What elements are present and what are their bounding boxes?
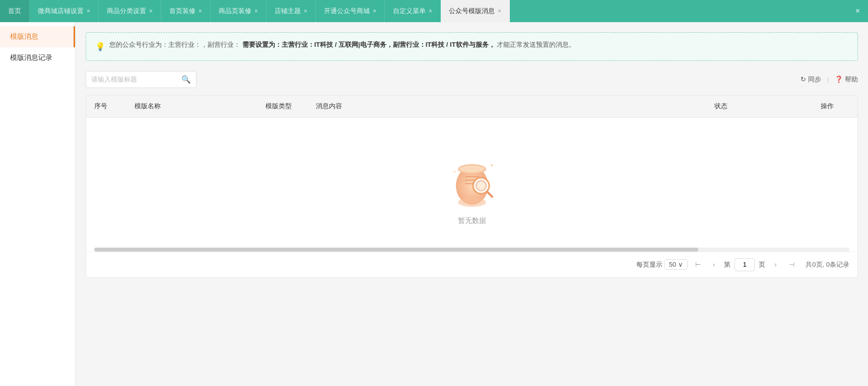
nav-item-weshop[interactable]: 微商城店铺设置 × — [30, 0, 99, 22]
notice-suffix: 才能正常发送预置的消息。 — [497, 41, 575, 48]
per-page-dropdown[interactable]: 50 ∨ — [664, 259, 688, 270]
th-content: 消息内容 — [308, 102, 706, 111]
sidebar-item-template-msg[interactable]: 模版消息 — [0, 26, 75, 47]
th-type: 模版类型 — [257, 102, 308, 111]
th-seq: 序号 — [86, 102, 126, 111]
toolbar-divider: | — [827, 75, 829, 83]
nav-item-open-mall[interactable]: 开通公众号商城 × — [316, 0, 385, 22]
nav-label-open-mall: 开通公众号商城 — [324, 7, 370, 16]
help-icon: ❓ — [835, 75, 843, 83]
search-bar: 🔍 ↻ 同步 | ❓ 帮助 — [86, 71, 858, 88]
search-input[interactable] — [91, 75, 181, 83]
page-input[interactable] — [735, 258, 755, 271]
help-label: 帮助 — [845, 75, 858, 84]
sidebar-item-template-msg-log[interactable]: 模版消息记录 — [0, 47, 75, 68]
nav-item-product-decor[interactable]: 商品页装修 × — [211, 0, 266, 22]
scroll-thumb — [94, 248, 698, 252]
notice-icon: 💡 — [95, 40, 105, 53]
svg-line-8 — [487, 192, 492, 197]
nav-item-template-msg[interactable]: 公众号模版消息 × — [441, 0, 510, 22]
total-text: 共0页, 0条记录 — [806, 260, 849, 269]
main-layout: 模版消息 模版消息记录 💡 您的公众号行业为：主营行业：，副营行业： 需要设置为… — [0, 22, 868, 386]
nav-label-home: 首页 — [8, 7, 21, 16]
nav-label-template-msg: 公众号模版消息 — [449, 7, 495, 16]
nav-close-product-decor[interactable]: × — [254, 8, 258, 14]
page-suffix: 页 — [759, 260, 765, 269]
nav-label-store-theme: 店铺主题 — [275, 7, 301, 16]
nav-label-category: 商品分类设置 — [107, 7, 146, 16]
next-page-button[interactable]: › — [769, 259, 781, 271]
page-label: 第 — [724, 260, 730, 269]
horizontal-scrollbar[interactable] — [94, 248, 849, 252]
nav-item-store-theme[interactable]: 店铺主题 × — [266, 0, 316, 22]
nav-close-custom-menu[interactable]: × — [429, 8, 432, 14]
nav-label-home-decor: 首页装修 — [169, 7, 195, 16]
empty-state: ✦ ✦ 暂无数据 — [86, 118, 857, 246]
per-page-label: 每页显示 — [636, 260, 662, 269]
nav-label-custom-menu: 自定义菜单 — [393, 7, 426, 16]
search-input-wrap: 🔍 — [86, 71, 196, 88]
data-table: 序号 模版名称 模版类型 消息内容 状态 操作 — [86, 95, 858, 278]
sync-icon: ↻ — [800, 75, 806, 83]
nav-close-open-mall[interactable]: × — [373, 8, 376, 14]
pagination-bar: 每页显示 50 ∨ ⊢ ‹ 第 页 › ⊣ 共0页, 0条记录 — [86, 252, 857, 277]
svg-point-2 — [460, 166, 484, 173]
nav-item-category[interactable]: 商品分类设置 × — [99, 0, 161, 22]
per-page-select: 每页显示 50 ∨ — [636, 259, 688, 270]
nav-item-home-decor[interactable]: 首页装修 × — [161, 0, 211, 22]
toolbar-right: ↻ 同步 | ❓ 帮助 — [800, 75, 858, 84]
content-area: 💡 您的公众号行业为：主营行业：，副营行业： 需要设置为：主营行业：IT科技 /… — [76, 22, 868, 386]
global-close-button[interactable]: × — [847, 7, 868, 16]
empty-illustration: ✦ ✦ — [442, 148, 502, 208]
notice-highlight: 需要设置为：主营行业：IT科技 / 互联网|电子商务，副营行业：IT科技 / I… — [242, 41, 495, 48]
svg-text:✦: ✦ — [453, 170, 456, 174]
top-nav: 首页 微商城店铺设置 × 商品分类设置 × 首页装修 × 商品页装修 × 店铺主… — [0, 0, 868, 22]
nav-close-template-msg[interactable]: × — [498, 8, 501, 14]
empty-text: 暂无数据 — [458, 216, 486, 225]
th-status: 状态 — [706, 102, 797, 111]
prev-page-button[interactable]: ‹ — [708, 259, 720, 271]
per-page-chevron-icon: ∨ — [678, 261, 683, 268]
nav-close-home-decor[interactable]: × — [198, 8, 202, 14]
nav-item-home[interactable]: 首页 — [0, 0, 30, 22]
nav-close-category[interactable]: × — [149, 8, 153, 14]
sync-button[interactable]: ↻ 同步 — [800, 75, 821, 84]
nav-close-store-theme[interactable]: × — [304, 8, 307, 14]
notice-box: 💡 您的公众号行业为：主营行业：，副营行业： 需要设置为：主营行业：IT科技 /… — [86, 32, 858, 61]
help-button[interactable]: ❓ 帮助 — [835, 75, 858, 84]
first-page-button[interactable]: ⊢ — [692, 259, 704, 271]
search-button[interactable]: 🔍 — [181, 75, 191, 84]
nav-label-product-decor: 商品页装修 — [219, 7, 251, 16]
th-name: 模版名称 — [126, 102, 257, 111]
svg-point-7 — [476, 181, 486, 191]
sync-label: 同步 — [808, 75, 821, 84]
sidebar: 模版消息 模版消息记录 — [0, 22, 76, 386]
table-header: 序号 模版名称 模版类型 消息内容 状态 操作 — [86, 96, 857, 118]
nav-close-weshop[interactable]: × — [87, 8, 90, 14]
th-action: 操作 — [797, 102, 857, 111]
notice-text: 您的公众号行业为：主营行业：，副营行业： 需要设置为：主营行业：IT科技 / 互… — [109, 40, 575, 50]
nav-item-custom-menu[interactable]: 自定义菜单 × — [385, 0, 441, 22]
last-page-button[interactable]: ⊣ — [785, 259, 797, 271]
nav-label-weshop: 微商城店铺设置 — [38, 7, 84, 16]
svg-text:✦: ✦ — [490, 163, 494, 168]
svg-point-9 — [458, 198, 486, 207]
notice-prefix: 您的公众号行业为：主营行业：，副营行业： — [109, 41, 240, 48]
per-page-value: 50 — [669, 261, 676, 268]
